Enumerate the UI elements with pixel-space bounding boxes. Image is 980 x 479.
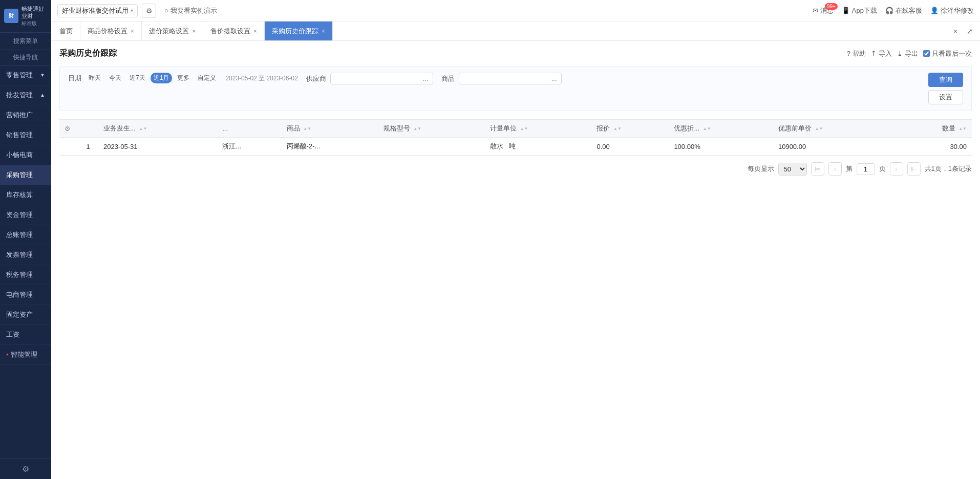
filter-settings-button[interactable]: 设置 <box>928 90 963 104</box>
goods-filter: 商品 ... <box>441 73 562 84</box>
per-page-label: 每页显示 <box>748 164 774 173</box>
date-opt-yesterday[interactable]: 昨天 <box>86 73 104 83</box>
demo-icon: ○ <box>164 7 168 14</box>
tab-price[interactable]: 商品价格设置 × <box>80 21 142 40</box>
column-settings-icon[interactable]: ⚙ <box>65 125 71 133</box>
sidebar-item-ecommerce[interactable]: 电商管理 <box>0 285 51 305</box>
next-page-button[interactable]: › <box>890 162 903 176</box>
sidebar-item-ecommerce-small[interactable]: 小畅电商 <box>0 145 51 165</box>
col-goods-label: 商品 <box>287 124 300 132</box>
only-last-label: 只看最后一次 <box>932 49 972 58</box>
sidebar-item-search[interactable]: 搜索菜单 <box>0 33 51 50</box>
goods-input[interactable] <box>463 75 549 82</box>
tab-history[interactable]: 采购历史价跟踪 × <box>265 21 333 40</box>
date-opt-1month[interactable]: 近1月 <box>151 73 173 83</box>
first-page-button[interactable]: ⊨ <box>811 162 824 176</box>
sidebar-item-wholesale[interactable]: 批发管理 ▲ <box>0 85 51 105</box>
col-spec[interactable]: 规格型号 ▲▼ <box>378 120 485 138</box>
sidebar-item-sales[interactable]: 销售管理 <box>0 125 51 145</box>
per-page-select[interactable]: 50 10 20 100 <box>778 163 807 176</box>
sidebar-item-label: 批发管理 <box>6 91 33 100</box>
tab-price-close[interactable]: × <box>131 28 134 35</box>
tab-expand-button[interactable]: ⤢ <box>964 25 976 37</box>
qty-sort-icon[interactable]: ▲▼ <box>958 126 967 131</box>
sidebar-item-marketing[interactable]: 营销推广 <box>0 105 51 125</box>
tab-history-close[interactable]: × <box>322 28 325 35</box>
prev-page-button[interactable]: ‹ <box>828 162 842 176</box>
tab-strategy-close[interactable]: × <box>192 28 196 35</box>
tab-strategy-label: 进价策略设置 <box>149 27 189 36</box>
sidebar-item-tax[interactable]: 税务管理 <box>0 265 51 285</box>
col-qty[interactable]: 数量 ▲▼ <box>894 120 972 138</box>
tab-home[interactable]: 首页 <box>51 21 80 40</box>
sidebar-item-salary[interactable]: 工资 <box>0 325 51 345</box>
pagination-bar: 每页显示 50 10 20 100 ⊨ ‹ 第 页 › ⊩ 共1页，1条记录 <box>59 156 972 178</box>
sidebar-item-finance[interactable]: 资金管理 <box>0 205 51 225</box>
page-actions: ? 帮助 ⤒ 导入 ⤓ 导出 只看最后一次 <box>847 49 972 58</box>
col-num <box>78 120 98 138</box>
date-opt-custom[interactable]: 自定义 <box>195 73 219 83</box>
page-label: 第 <box>846 164 853 173</box>
retail-arrow: ▼ <box>40 72 45 78</box>
sidebar-item-retail[interactable]: 零售管理 ▼ <box>0 66 51 85</box>
col-settings[interactable]: ⚙ <box>59 120 78 138</box>
spec-sort-icon[interactable]: ▲▼ <box>413 126 421 131</box>
sidebar-item-purchase[interactable]: 采购管理 <box>0 165 51 185</box>
unit-sort-icon[interactable]: ▲▼ <box>520 126 528 131</box>
sidebar-item-smart[interactable]: ● 智能管理 <box>0 345 51 365</box>
sidebar-item-label: 工资 <box>6 330 19 339</box>
ori-price-sort-icon[interactable]: ▲▼ <box>815 126 823 131</box>
col-discount[interactable]: 优惠折... ▲▼ <box>669 120 773 138</box>
topbar-online-service[interactable]: 🎧 在线客服 <box>885 6 922 15</box>
topbar-settings-button[interactable]: ⚙ <box>142 4 156 18</box>
price-sort-icon[interactable]: ▲▼ <box>613 126 622 131</box>
sidebar-settings-icon[interactable]: ⚙ <box>22 464 29 474</box>
import-button[interactable]: ⤒ 导入 <box>871 49 892 58</box>
tab-sell[interactable]: 售价提取设置 × <box>203 21 265 40</box>
export-button[interactable]: ⤓ 导出 <box>897 49 918 58</box>
col-date[interactable]: 业务发生... ▲▼ <box>98 120 217 138</box>
sidebar-item-invoice[interactable]: 发票管理 <box>0 245 51 265</box>
date-range: 2023-05-02 至 2023-06-02 <box>225 74 297 83</box>
col-price[interactable]: 报价 ▲▼ <box>591 120 669 138</box>
date-opt-more[interactable]: 更多 <box>174 73 193 83</box>
only-last-checkbox[interactable] <box>923 50 930 57</box>
sidebar-item-label: 资金管理 <box>6 210 33 220</box>
col-goods[interactable]: 商品 ▲▼ <box>282 120 378 138</box>
topbar-message[interactable]: ✉ 消息 99+ <box>813 6 834 15</box>
query-button[interactable]: 查询 <box>928 73 963 87</box>
supplier-input[interactable] <box>335 75 421 82</box>
topbar-demo[interactable]: ○ 我要看实例演示 <box>164 6 217 15</box>
sidebar-item-quicknav[interactable]: 快捷导航 <box>0 50 51 66</box>
tab-sell-close[interactable]: × <box>253 28 257 35</box>
sidebar-item-label: 税务管理 <box>6 270 33 279</box>
supplier-filter-label: 供应商 <box>306 74 326 83</box>
goods-dots[interactable]: ... <box>551 75 557 82</box>
topbar-user[interactable]: 👤 徐泽华修改 <box>930 6 974 15</box>
demo-label: 我要看实例演示 <box>171 6 217 15</box>
goods-sort-icon[interactable]: ▲▼ <box>303 126 311 131</box>
supplier-dots[interactable]: ... <box>423 75 429 82</box>
col-qty-label: 数量 <box>942 124 955 132</box>
topbar-app-download[interactable]: 📱 App下载 <box>842 6 877 15</box>
col-ori-price[interactable]: 优惠前单价 ▲▼ <box>773 120 894 138</box>
export-icon: ⤓ <box>897 50 903 57</box>
date-opt-today[interactable]: 今天 <box>106 73 124 83</box>
sidebar-item-ledger[interactable]: 总账管理 <box>0 225 51 245</box>
col-dots[interactable]: ... <box>217 120 281 138</box>
date-opt-7days[interactable]: 近7天 <box>126 73 148 83</box>
last-page-button[interactable]: ⊩ <box>907 162 921 176</box>
discount-sort-icon[interactable]: ▲▼ <box>703 126 711 131</box>
sidebar-item-stock[interactable]: 库存核算 <box>0 185 51 205</box>
date-sort-icon[interactable]: ▲▼ <box>139 126 147 131</box>
col-unit[interactable]: 计量单位 ▲▼ <box>485 120 591 138</box>
sidebar-item-assets[interactable]: 固定资产 <box>0 305 51 325</box>
supplier-input-wrap: ... <box>330 73 433 84</box>
tab-strategy[interactable]: 进价策略设置 × <box>142 21 203 40</box>
tab-close-button[interactable]: × <box>949 25 962 37</box>
version-selector[interactable]: 好业财标准版交付试用 ▾ <box>57 4 138 17</box>
topbar: 好业财标准版交付试用 ▾ ⚙ ○ 我要看实例演示 ✉ 消息 99+ 📱 App下… <box>51 0 980 21</box>
help-button[interactable]: ? 帮助 <box>847 49 866 58</box>
page-input[interactable] <box>857 163 875 175</box>
table-row: 1 2023-05-31 浙江... 丙烯酸-2-... 散水 吨 0.00 1… <box>59 138 972 156</box>
